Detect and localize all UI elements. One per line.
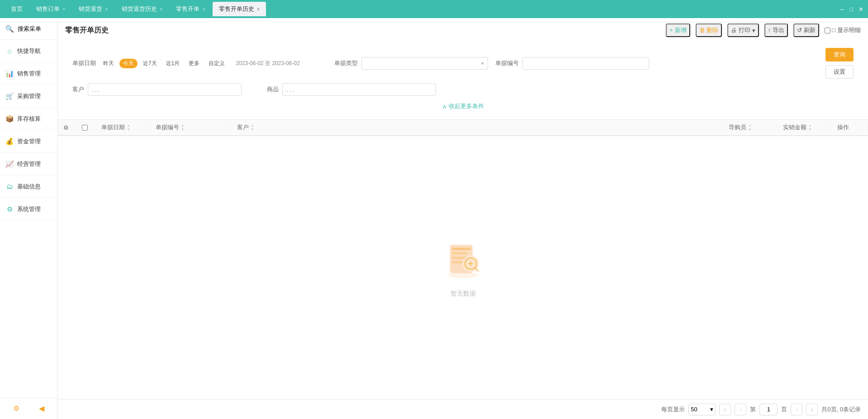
top-navigation: 首页 销售订单 × 销货退货 × 销货退货历史 × 零售开单 × 零售开单历史 … <box>0 0 868 18</box>
tab-sales-order-close[interactable]: × <box>62 6 65 12</box>
display-detail-checkbox[interactable]: □ 显示明细 <box>825 26 861 34</box>
sidebar-item-sales-mgmt-label: 销售管理 <box>17 70 41 78</box>
filter-section: 单据日期 昨天 今天 近7天 近1月 更多 自定义 2023-06-02 至 2… <box>65 42 861 119</box>
sidebar-search[interactable]: 🔍 搜索采单 <box>0 18 57 40</box>
pagination: 每页显示 50 ▾ « ‹ 第 页 › » 共0页, 0条记录 <box>58 399 868 419</box>
print-label: 🖨 打印 <box>731 26 750 34</box>
filter-row-2: 客户 ... 商品 ... <box>72 83 854 96</box>
filter-row-1: 单据日期 昨天 今天 近7天 近1月 更多 自定义 2023-06-02 至 2… <box>72 48 854 79</box>
sidebar-item-quick-nav[interactable]: ⌂ 快捷导航 <box>0 40 57 62</box>
delete-button[interactable]: 🗑 删除 <box>696 24 722 37</box>
th-salesperson[interactable]: 导购员 ▲ ▼ <box>723 123 778 132</box>
sidebar-item-purchase-mgmt[interactable]: 🛒 采购管理 <box>0 85 57 108</box>
page-size-select[interactable]: 50 ▾ <box>688 404 716 415</box>
date-range: 2023-06-02 至 2023-06-02 <box>236 60 299 67</box>
page-next-btn[interactable]: › <box>791 404 802 415</box>
tab-retail-open-close[interactable]: × <box>202 6 205 12</box>
settings-button[interactable]: 设置 <box>825 65 854 79</box>
table-header: ⚙ 单据日期 ▲ ▼ 单据编号 ▲ ▼ <box>58 120 868 136</box>
page-title-row: 零售开单历史 + 新增 🗑 删除 🖨 打印 ▾ ↑ 导出 ↺ 刷新 □ 显示明细 <box>65 24 861 37</box>
export-button[interactable]: ↑ 导出 <box>764 24 788 37</box>
tab-retail-open-history[interactable]: 零售开单历史 × <box>213 2 266 16</box>
home-icon: ⌂ <box>5 47 14 55</box>
date-btn-last7[interactable]: 近7天 <box>139 59 161 68</box>
sidebar-bottom: ⚙ ◀ <box>0 397 57 419</box>
window-minimize[interactable]: ─ <box>840 6 844 13</box>
sidebar-item-operations[interactable]: 📈 经营管理 <box>0 153 57 175</box>
refresh-button[interactable]: ↺ 刷新 <box>793 24 819 37</box>
date-btn-custom[interactable]: 自定义 <box>205 59 228 68</box>
display-detail-input[interactable] <box>825 28 830 33</box>
th-billno-sort: ▲ ▼ <box>181 124 185 132</box>
th-date-label: 单据日期 <box>101 123 125 132</box>
date-filter-buttons: 昨天 今天 近7天 近1月 更多 自定义 <box>100 59 228 68</box>
th-customer-sort: ▲ ▼ <box>251 124 254 132</box>
date-btn-more[interactable]: 更多 <box>185 59 203 68</box>
table-settings-icon[interactable]: ⚙ <box>63 124 69 131</box>
page-header: 零售开单历史 + 新增 🗑 删除 🖨 打印 ▾ ↑ 导出 ↺ 刷新 □ 显示明细 <box>58 18 868 120</box>
sidebar-item-quick-nav-label: 快捷导航 <box>17 47 41 55</box>
sidebar-item-inventory[interactable]: 📦 库存核算 <box>0 108 57 130</box>
print-button[interactable]: 🖨 打印 ▾ <box>727 24 759 37</box>
tab-sales-return-history-close[interactable]: × <box>160 6 162 12</box>
date-btn-last-month[interactable]: 近1月 <box>162 59 184 68</box>
gear-icon: ⚙ <box>5 205 14 213</box>
money-icon: 💰 <box>5 137 14 146</box>
print-arrow: ▾ <box>752 27 755 34</box>
date-filter-label: 单据日期 <box>72 59 96 67</box>
page-size-label: 每页显示 <box>661 405 685 414</box>
tab-sales-order-label: 销售订单 <box>36 5 60 13</box>
th-salesperson-label: 导购员 <box>729 123 746 132</box>
goods-input[interactable]: ... <box>282 83 436 96</box>
customer-input[interactable]: ... <box>88 83 242 96</box>
th-billno[interactable]: 单据编号 ▲ ▼ <box>150 123 232 132</box>
sidebar-item-finance-label: 资金管理 <box>17 137 41 146</box>
collapse-label: 收起更多条件 <box>449 102 484 110</box>
svg-rect-2 <box>452 248 471 250</box>
query-button[interactable]: 查询 <box>825 48 854 61</box>
tab-retail-open-history-label: 零售开单历史 <box>219 5 254 13</box>
tab-sales-return-close[interactable]: × <box>105 6 108 12</box>
sidebar-settings-icon[interactable]: ⚙ <box>13 404 19 413</box>
page-last-btn[interactable]: » <box>806 404 818 415</box>
bill-no-filter: 单据编号 <box>495 57 649 70</box>
date-btn-yesterday[interactable]: 昨天 <box>100 59 118 68</box>
customer-filter: 客户 ... <box>72 83 242 96</box>
bill-no-input[interactable] <box>522 57 649 70</box>
tab-retail-open-history-close[interactable]: × <box>257 6 260 12</box>
tab-home-label: 首页 <box>11 5 23 13</box>
tab-sales-order[interactable]: 销售订单 × <box>30 2 71 16</box>
window-close[interactable]: ✕ <box>859 6 863 13</box>
sidebar-item-base-info[interactable]: 🗂 基础信息 <box>0 175 57 198</box>
sidebar-item-finance[interactable]: 💰 资金管理 <box>0 130 57 153</box>
sidebar-item-sales-mgmt[interactable]: 📊 销售管理 <box>0 62 57 85</box>
page-first-btn[interactable]: « <box>719 404 731 415</box>
tab-retail-open[interactable]: 零售开单 × <box>170 2 211 16</box>
th-date[interactable]: 单据日期 ▲ ▼ <box>96 123 150 132</box>
collapse-button[interactable]: ∧ 收起更多条件 <box>442 102 484 110</box>
customer-dots: ... <box>92 85 100 94</box>
th-settings[interactable]: ⚙ <box>58 124 74 131</box>
tab-home[interactable]: 首页 <box>5 2 29 16</box>
collapse-row: ∧ 收起更多条件 <box>72 100 854 114</box>
tab-sales-return-label: 销货退货 <box>79 5 102 13</box>
goods-filter: 商品 ... <box>267 83 436 96</box>
tab-sales-return-history[interactable]: 销货退货历史 × <box>115 2 169 16</box>
th-customer[interactable]: 客户 ▲ ▼ <box>232 123 723 132</box>
bill-type-select[interactable]: ▾ <box>361 57 488 70</box>
date-btn-today[interactable]: 今天 <box>119 59 138 68</box>
table-area: ⚙ 单据日期 ▲ ▼ 单据编号 ▲ ▼ <box>58 120 868 419</box>
sidebar-collapse-icon[interactable]: ◀ <box>39 404 44 413</box>
page-input[interactable] <box>759 404 778 415</box>
bill-type-arrow: ▾ <box>481 61 484 66</box>
th-checkbox[interactable] <box>74 125 96 131</box>
sidebar-item-sys-mgmt[interactable]: ⚙ 系统管理 <box>0 198 57 221</box>
add-button[interactable]: + 新增 <box>666 24 690 37</box>
select-all-checkbox[interactable] <box>82 125 88 131</box>
th-amount[interactable]: 实销金额 ▲ ▼ <box>778 123 832 132</box>
tab-sales-return[interactable]: 销货退货 × <box>72 2 114 16</box>
window-maximize[interactable]: □ <box>849 6 853 13</box>
th-action-label: 操作 <box>837 123 849 132</box>
search-icon: 🔍 <box>5 25 14 33</box>
page-prev-btn[interactable]: ‹ <box>735 404 746 415</box>
